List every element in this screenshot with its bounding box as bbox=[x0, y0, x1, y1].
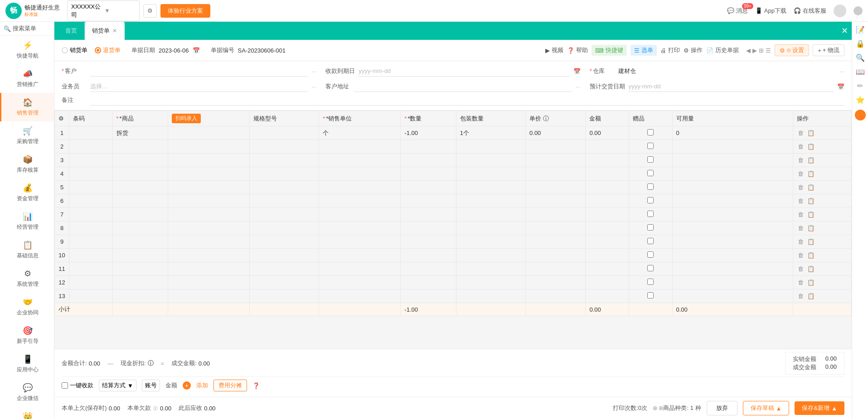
cell-pkg-qty[interactable] bbox=[456, 249, 525, 262]
settings-action-button[interactable]: ⚙ ⊙ 设置 bbox=[775, 44, 810, 56]
cell-gift[interactable] bbox=[629, 208, 673, 222]
cell-barcode[interactable] bbox=[69, 276, 113, 289]
cell-spec[interactable] bbox=[249, 222, 319, 235]
delete-row-icon[interactable]: 🗑 bbox=[797, 210, 805, 219]
due-date-input[interactable] bbox=[359, 66, 569, 77]
cell-unit[interactable] bbox=[319, 194, 401, 208]
total-owe-help-icon[interactable]: ② bbox=[153, 405, 158, 412]
cell-unit[interactable] bbox=[319, 154, 401, 167]
cell-gift[interactable] bbox=[629, 167, 673, 181]
rp-edit-icon[interactable]: 📝 bbox=[856, 25, 865, 34]
sidebar-item-enterprise[interactable]: 🤝 企业协同 bbox=[0, 293, 54, 321]
cell-spec[interactable] bbox=[249, 126, 319, 140]
customer-input[interactable] bbox=[90, 66, 308, 77]
trial-button[interactable]: 体验行业方案 bbox=[160, 4, 210, 18]
delete-row-icon[interactable]: 🗑 bbox=[797, 237, 805, 246]
cell-amount[interactable] bbox=[586, 249, 629, 262]
cell-price[interactable] bbox=[526, 249, 586, 262]
rp-pencil-icon[interactable]: ✏ bbox=[857, 82, 863, 90]
cell-qty[interactable] bbox=[401, 276, 456, 289]
cell-product[interactable] bbox=[112, 154, 168, 167]
cell-pkg-qty[interactable] bbox=[456, 262, 525, 276]
cell-price[interactable] bbox=[526, 289, 586, 303]
cell-price[interactable] bbox=[526, 154, 586, 167]
cell-amount[interactable] bbox=[586, 276, 629, 289]
cell-gift[interactable] bbox=[629, 262, 673, 276]
cell-pkg-qty[interactable]: 1个 bbox=[456, 126, 525, 140]
rp-lock-icon[interactable]: 🔒 bbox=[856, 39, 865, 48]
cell-gift[interactable] bbox=[629, 194, 673, 208]
rp-star-icon[interactable]: ⭐ bbox=[856, 96, 865, 104]
sidebar-item-capital[interactable]: 💰 资金管理 bbox=[0, 178, 54, 207]
cell-product[interactable] bbox=[112, 276, 168, 289]
gift-checkbox[interactable] bbox=[647, 224, 654, 231]
user-avatar[interactable] bbox=[834, 5, 846, 17]
cell-price[interactable] bbox=[526, 235, 586, 249]
copy-row-icon[interactable]: 📋 bbox=[806, 278, 815, 287]
salesperson-more-icon[interactable]: ··· bbox=[311, 83, 316, 90]
company-settings-button[interactable]: ⚙ bbox=[143, 4, 157, 18]
cell-barcode[interactable] bbox=[69, 167, 113, 181]
gift-checkbox[interactable] bbox=[647, 251, 654, 258]
tab-sales-order[interactable]: 销货单 ✕ bbox=[85, 22, 125, 40]
cell-barcode[interactable] bbox=[69, 208, 113, 222]
cell-price[interactable] bbox=[526, 181, 586, 194]
delete-row-icon[interactable]: 🗑 bbox=[797, 183, 805, 192]
cell-price[interactable] bbox=[526, 276, 586, 289]
cell-amount[interactable] bbox=[586, 289, 629, 303]
col-settings[interactable]: ⚙ bbox=[55, 111, 69, 126]
cell-pkg-qty[interactable] bbox=[456, 289, 525, 303]
cell-spec[interactable] bbox=[249, 167, 319, 181]
cell-unit[interactable] bbox=[319, 276, 401, 289]
sidebar-item-inventory[interactable]: 📦 库存核算 bbox=[0, 150, 54, 178]
cell-barcode[interactable] bbox=[69, 126, 113, 140]
cell-spec[interactable] bbox=[249, 208, 319, 222]
salesperson-input[interactable] bbox=[90, 81, 308, 92]
cell-price[interactable] bbox=[526, 167, 586, 181]
gift-checkbox[interactable] bbox=[647, 292, 654, 299]
cell-amount[interactable] bbox=[586, 222, 629, 235]
customer-addr-more-icon[interactable]: ··· bbox=[576, 83, 581, 90]
sidebar-item-basic[interactable]: 📋 基础信息 bbox=[0, 236, 54, 264]
help-button[interactable]: ❓ 帮助 bbox=[567, 46, 588, 54]
shortcut-button[interactable]: ⌨ 快捷键 bbox=[592, 45, 627, 56]
save-draft-button[interactable]: 保存草稿 ▲ bbox=[743, 401, 790, 415]
cell-unit[interactable] bbox=[319, 181, 401, 194]
cell-amount[interactable] bbox=[586, 154, 629, 167]
customer-more-icon[interactable]: ··· bbox=[311, 68, 316, 75]
cell-pkg-qty[interactable] bbox=[456, 167, 525, 181]
sidebar-search[interactable]: 🔍 搜索菜单 bbox=[0, 22, 54, 36]
cell-spec[interactable] bbox=[249, 262, 319, 276]
video-button[interactable]: ▶ 视频 bbox=[545, 46, 563, 54]
cell-price[interactable]: 0.00 bbox=[526, 126, 586, 140]
cell-gift[interactable] bbox=[629, 154, 673, 167]
one-click-payment-checkbox[interactable]: 一键收款 bbox=[62, 381, 93, 390]
one-click-checkbox-input[interactable] bbox=[62, 382, 68, 389]
message-button[interactable]: 💬 消息 99+ bbox=[727, 7, 748, 15]
cell-barcode[interactable] bbox=[69, 262, 113, 276]
cell-qty[interactable]: -1.00 bbox=[401, 126, 456, 140]
sidebar-item-member[interactable]: 👑 畅会员 bbox=[0, 407, 54, 419]
cell-qty[interactable] bbox=[401, 154, 456, 167]
cell-amount[interactable] bbox=[586, 167, 629, 181]
cell-pkg-qty[interactable] bbox=[456, 194, 525, 208]
cell-unit[interactable] bbox=[319, 167, 401, 181]
operate-button[interactable]: ⚙ 操作 bbox=[684, 46, 703, 54]
next-record-button[interactable]: ▶ bbox=[752, 47, 757, 54]
print-button[interactable]: 🖨 打印 bbox=[660, 46, 680, 54]
cell-gift[interactable] bbox=[629, 235, 673, 249]
cell-amount[interactable] bbox=[586, 140, 629, 154]
delete-row-icon[interactable]: 🗑 bbox=[797, 224, 805, 232]
payment-method-select[interactable]: 结算方式 ▼ bbox=[99, 380, 136, 391]
cell-product[interactable] bbox=[112, 140, 168, 154]
sidebar-item-system[interactable]: ⚙ 系统管理 bbox=[0, 264, 54, 293]
cell-qty[interactable] bbox=[401, 235, 456, 249]
gift-checkbox[interactable] bbox=[647, 183, 654, 190]
select-button[interactable]: ☰ 选单 bbox=[630, 45, 657, 56]
cell-pkg-qty[interactable] bbox=[456, 276, 525, 289]
cell-gift[interactable] bbox=[629, 181, 673, 194]
prev-record-button[interactable]: ◀ bbox=[746, 47, 751, 54]
copy-row-icon[interactable]: 📋 bbox=[806, 292, 815, 300]
cell-pkg-qty[interactable] bbox=[456, 140, 525, 154]
cell-gift[interactable] bbox=[629, 276, 673, 289]
